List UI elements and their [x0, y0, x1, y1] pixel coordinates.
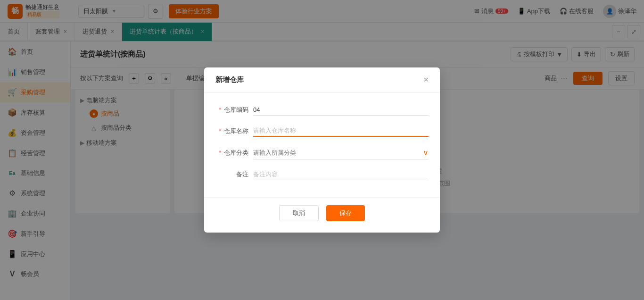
note-form-row: 备注 [215, 169, 429, 180]
category-select-wrap: ∨ [253, 146, 429, 159]
category-dropdown-arrow[interactable]: ∨ [423, 148, 429, 157]
code-label: * 仓库编码 [215, 106, 253, 114]
note-input[interactable] [253, 169, 429, 180]
dialog-body: * 仓库编码 * 仓库名称 * 仓库分类 [204, 93, 440, 197]
dialog-header: 新增仓库 × [204, 67, 440, 93]
dialog-title: 新增仓库 [215, 75, 244, 84]
note-label: 备注 [215, 170, 253, 179]
dialog-close-button[interactable]: × [423, 75, 429, 85]
code-required-mark: * [219, 106, 221, 113]
add-warehouse-dialog: 新增仓库 × * 仓库编码 * 仓库名称 [204, 67, 440, 233]
name-input[interactable] [253, 125, 429, 137]
save-button[interactable]: 保存 [326, 205, 365, 221]
name-form-row: * 仓库名称 [215, 125, 429, 137]
name-label: * 仓库名称 [215, 127, 253, 135]
name-required-mark: * [219, 127, 221, 134]
category-required-mark: * [219, 149, 221, 156]
cancel-button[interactable]: 取消 [279, 205, 319, 221]
category-label: * 仓库分类 [215, 149, 253, 157]
code-form-row: * 仓库编码 [215, 104, 429, 116]
category-input[interactable] [253, 149, 423, 156]
code-input[interactable] [253, 104, 429, 116]
category-form-row: * 仓库分类 ∨ [215, 146, 429, 159]
modal-overlay: 新增仓库 × * 仓库编码 * 仓库名称 [0, 0, 644, 300]
dialog-footer: 取消 保存 [204, 197, 440, 233]
